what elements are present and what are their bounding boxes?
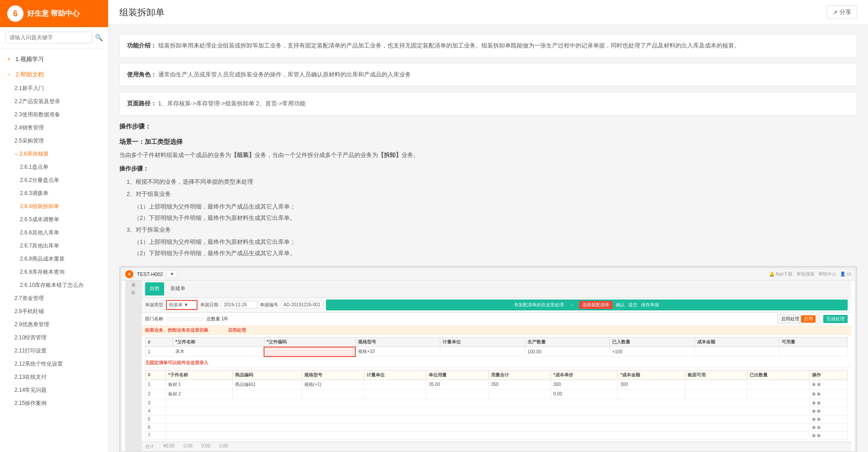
mock-footer: 合计 ¥0.00 0.00 0.00 0.00 xyxy=(142,442,851,451)
sidebar-item-data-prep[interactable]: 2.3使用前数据准备 xyxy=(0,108,108,121)
ops-heading: 操作步骤： xyxy=(119,123,857,131)
share-icon: ↗ xyxy=(833,9,838,16)
screenshot-container: 6 TEST-H002 ▼ 🔔 App下载 帮助搜索 帮助中心 👤 cc ⊞ ☰ xyxy=(119,266,857,452)
content-area: 功能介绍： 组装拆卸单用来处理企业组装或拆卸等加工业务，支持有固定装配清单的产品… xyxy=(108,25,868,452)
mock-tab-new[interactable]: 新建单 xyxy=(166,282,190,295)
mock-col-parent-code: *父件编码 xyxy=(264,337,355,347)
sidebar-item-partial-stocktake[interactable]: 2.6.2分量盘点单 xyxy=(0,174,108,187)
mock-enable-label: 启用处理 xyxy=(781,316,799,322)
mock-sub-row-2: 2 板材 2 0.00 xyxy=(146,389,848,399)
sidebar-item-cost-recalc[interactable]: 2.6.8商品成本重算 xyxy=(0,252,108,266)
sidebar-item-coupon[interactable]: 2.9优惠券管理 xyxy=(0,318,108,331)
sidebar-item-install[interactable]: 2.2产品安装及登录 xyxy=(0,95,108,108)
sidebar-item-purchase[interactable]: 2.5采购管理 xyxy=(0,134,108,147)
mock-dept-field[interactable] xyxy=(167,318,203,320)
sidebar-item-other-out[interactable]: 2.6.7其他出库单 xyxy=(0,239,108,252)
sidebar-item-assembly[interactable]: 2.6.4组装拆卸单 xyxy=(0,200,108,213)
step1: 1、根据不同的业务，选择不同单据的类型来处理 xyxy=(119,176,857,187)
mock-select-bom-btn[interactable]: 选择装配清单 xyxy=(579,301,613,309)
mock-type-field[interactable]: 组装单 ▼ xyxy=(166,300,198,310)
mock-annotation-1-text: 有装配清单的在这里处理 xyxy=(514,302,564,307)
mock-footer-cost3: 0.00 xyxy=(219,443,228,450)
mock-save-btn[interactable]: 完成处理 xyxy=(823,315,848,323)
sidebar-item-faq[interactable]: 2.14常见问题 xyxy=(0,384,108,397)
mock-footer-qty: 0.00 xyxy=(184,443,192,450)
mock-date-label: 单据日期 xyxy=(200,302,218,308)
mock-cell-spec: 规格+10 xyxy=(355,347,440,357)
path-label: 页面路径： xyxy=(127,100,156,107)
app-logo-icon: 6 xyxy=(7,5,24,22)
mock-qty-label: 总数量 1/6 xyxy=(207,316,228,322)
sidebar-item-label: 1.视频学习 xyxy=(15,55,44,63)
mock-col-parent-name: *父件名称 xyxy=(173,337,264,347)
search-button[interactable]: 🔍 xyxy=(95,34,103,41)
mock-sub-col-unit: 计量单位 xyxy=(364,370,426,380)
mock-toolbar-2: 部门名称 总数量 1/6 启用处理 启用 完成处理 xyxy=(142,313,851,326)
sidebar-item-label: 2.帮助文档 xyxy=(15,71,44,79)
scene1-heading: 场景一：加工类型选择 xyxy=(119,138,857,146)
mock-cell-avail xyxy=(779,347,848,357)
sidebar-item-cases[interactable]: 2.15操作案例 xyxy=(0,397,108,410)
sidebar-item-transfer[interactable]: 2.6.3调拨单 xyxy=(0,187,108,200)
mock-sub-row-1: 1 板材 1 商品编码1 规格(+1) 35.00 350 300 xyxy=(146,380,848,389)
share-button[interactable]: ↗ 分享 xyxy=(827,5,857,19)
mock-nav-tabs: ⊞ ☰ 自然 新建单 单据类型 组装单 ▼ xyxy=(122,281,855,452)
sidebar-item-print[interactable]: 2.11打印设置 xyxy=(0,344,108,357)
sidebar-item-finance[interactable]: 2.7资金管理 xyxy=(0,292,108,305)
sidebar-item-video[interactable]: + 1.视频学习 xyxy=(0,52,108,67)
mock-date-field[interactable]: 2019-12-26 xyxy=(221,301,257,309)
sidebar-item-inventory[interactable]: − 2.6库存核算 xyxy=(0,147,108,161)
mock-toolbar-1: 单据类型 组装单 ▼ 单据日期 2019-12-26 单据编号 AD-20191… xyxy=(142,298,851,313)
sidebar-item-personalize[interactable]: 2.12系统个性化设置 xyxy=(0,357,108,371)
mock-company: TEST-H002 xyxy=(137,271,163,277)
step2-sub1: （1）上部明细为父件明细，最终作为产成品生成其它入库单； xyxy=(119,201,857,212)
sidebar-item-ledger-query[interactable]: 2.6.9库存账本查询 xyxy=(0,266,108,279)
mock-cell-seq: 1 xyxy=(146,347,173,357)
app-title: 好生意 帮助中心 xyxy=(27,9,80,19)
mock-annotation-4: 无固定清单可以组件在这里录入 xyxy=(142,359,851,367)
sidebar-item-beginner[interactable]: 2.1新手入门 xyxy=(0,82,108,95)
mock-annotation-4-text: 无固定清单可以组件在这里录入 xyxy=(145,360,208,365)
step3-sub1: （1）上部明细为父件明细，最终作为原材料生成其它出库单； xyxy=(119,237,857,247)
step2-sub2: （2）下部明细为子件明细，最终作为原材料生成其它出库单。 xyxy=(119,213,857,223)
sidebar-item-stocktake[interactable]: 2.6.1盘点单 xyxy=(0,161,108,174)
mock-lower-table: # *子件名称 商品编码 规格型号 计量单位 单位用量 用量合计 *成本单价 xyxy=(145,370,848,440)
step3-sub2: （2）下部明细为子件明细，最终作为产成品生成其它入库单。 xyxy=(119,248,857,258)
page-title: 组装拆卸单 xyxy=(119,6,165,19)
ops-label: 操作步骤： xyxy=(119,163,857,174)
sidebar-item-other-in[interactable]: 2.6.6其他入库单 xyxy=(0,226,108,239)
sidebar-item-ledger-fix[interactable]: 2.6.10库存账本错了怎么办 xyxy=(0,279,108,292)
mock-logo: 6 xyxy=(125,270,133,278)
mock-sub-col-total-qty: 用量合计 xyxy=(489,370,551,380)
mock-sub-col-unit-qty: 单位用量 xyxy=(426,370,489,380)
intro-text: 组装拆卸单用来处理企业组装或拆卸等加工业务，支持有固定装配清单的产品加工业务，也… xyxy=(158,42,740,49)
topbar: 组装拆卸单 ↗ 分享 xyxy=(108,0,868,25)
sidebar-item-sales[interactable]: 2.4销售管理 xyxy=(0,121,108,134)
mock-sub-col-avail: 账面可用 xyxy=(685,370,747,380)
mock-icon-list: ☰ xyxy=(131,290,135,295)
sidebar-item-mobile[interactable]: 2.8手机旺铺 xyxy=(0,305,108,318)
nav-section-2: − 2.帮助文档 2.1新手入门 2.2产品安装及登录 2.3使用前数据准备 2… xyxy=(0,67,108,410)
sidebar-item-cost-adjust[interactable]: 2.6.5成本调整单 xyxy=(0,213,108,226)
scene1-desc: 当由多个子件材料组装成一个成品的业务为【组装】业务，当由一个父件拆分成多个子产品… xyxy=(119,150,857,160)
mock-upper-table-container: # *父件名称 *父件编码 规格型号 计量单位 生产数量 已入数量 成本金额 xyxy=(142,335,851,359)
mock-annotation-3-text: 启用处理 xyxy=(228,328,246,333)
mock-col-in-qty: 已入数量 xyxy=(610,337,695,347)
mock-sub-row-3: 3 ⊕ ⊗ xyxy=(146,399,848,407)
role-block: 使用角色： 通常由生产人员或库管人员完成拆装业务的操作，库管人员确认原材料的出库… xyxy=(119,63,857,86)
mock-tab-natural[interactable]: 自然 xyxy=(145,282,164,295)
mock-col-avail: 可用量 xyxy=(779,337,848,347)
mock-type-label: 单据类型 xyxy=(145,302,163,308)
mock-order-field[interactable]: AD-20191226-001 xyxy=(281,301,323,309)
mock-enable-toggle[interactable]: 启用 xyxy=(801,315,816,323)
mock-col-spec: 规格型号 xyxy=(355,337,440,347)
sidebar-header: 6 好生意 帮助中心 xyxy=(0,0,108,27)
sidebar-item-docs[interactable]: − 2.帮助文档 xyxy=(0,67,108,82)
screenshot-inner: 6 TEST-H002 ▼ 🔔 App下载 帮助搜索 帮助中心 👤 cc ⊞ ☰ xyxy=(122,268,855,452)
mock-sub-col-out-qty: 已出数量 xyxy=(747,370,810,380)
sidebar-item-biz-mgmt[interactable]: 2.10经营管理 xyxy=(0,331,108,344)
search-input[interactable] xyxy=(5,32,92,43)
mock-upper-table: # *父件名称 *父件编码 规格型号 计量单位 生产数量 已入数量 成本金额 xyxy=(145,337,848,357)
mock-cell-in-qty: +100 xyxy=(610,347,695,357)
sidebar-item-payment[interactable]: 2.13在线支付 xyxy=(0,371,108,384)
